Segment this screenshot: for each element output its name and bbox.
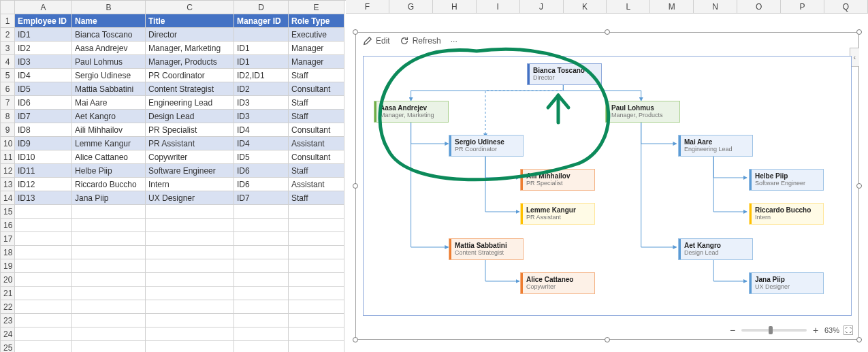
cell[interactable] [72,287,146,300]
cell[interactable] [289,314,344,327]
table-row[interactable]: 4ID3Paul LohmusManager, ProductsID1Manag… [0,55,346,69]
cell[interactable]: Intern [146,178,234,191]
cell[interactable] [289,327,344,341]
cell[interactable] [234,327,289,341]
cell[interactable]: ID7 [15,110,72,123]
cell[interactable]: Staff [289,191,344,205]
col-head-o[interactable]: O [737,0,781,14]
header-cell[interactable]: Role Type [289,14,344,28]
table-row[interactable]: 2ID1Bianca ToscanoDirectorExecutive [0,28,346,42]
cell[interactable] [234,205,289,219]
org-node-consultant[interactable]: Mattia SabbatiniContent Strategist [449,238,524,260]
resize-handle[interactable] [856,183,862,189]
org-node-staff[interactable]: Sergio UdinesePR Coordinator [449,135,524,157]
cell[interactable]: Design Lead [146,110,234,123]
cell[interactable]: Mai Aare [72,96,146,110]
cell[interactable] [289,246,344,259]
cell[interactable] [72,232,146,246]
col-head-k[interactable]: K [564,0,607,14]
table-row[interactable]: 8ID7Aet KangroDesign LeadID3Staff [0,110,346,123]
cell[interactable] [72,246,146,259]
row-head[interactable]: 6 [0,82,15,96]
row-head[interactable]: 12 [0,164,15,178]
cell[interactable]: ID3 [234,96,289,110]
row-head[interactable]: 19 [0,259,15,273]
cell[interactable]: Sergio Udinese [72,69,146,82]
row-head[interactable]: 25 [0,341,15,352]
cell[interactable]: Manager [289,55,344,69]
header-cell[interactable]: Name [72,14,146,28]
header-cell[interactable]: Title [146,14,234,28]
header-cell[interactable]: Employee ID [15,14,72,28]
cell[interactable]: ID1 [234,55,289,69]
cell[interactable] [146,327,234,341]
spreadsheet-grid[interactable]: A B C D E 1Employee IDNameTitleManager I… [0,0,346,352]
cell[interactable] [234,28,289,42]
cell[interactable] [15,232,72,246]
cell[interactable] [289,341,344,352]
cell[interactable] [234,300,289,314]
row-head[interactable]: 2 [0,28,15,42]
resize-handle[interactable] [856,337,862,342]
cell[interactable]: Manager [289,42,344,55]
cell[interactable] [146,314,234,327]
cell[interactable] [289,287,344,300]
cell[interactable]: UX Designer [146,191,234,205]
cell[interactable] [146,259,234,273]
cell[interactable]: PR Coordinator [146,69,234,82]
cell[interactable] [72,259,146,273]
table-row[interactable]: 13ID12Riccardo BucchoInternID6Assistant [0,178,346,191]
cell[interactable] [146,273,234,287]
org-node-assistant[interactable]: Lemme KangurPR Assistant [520,203,595,225]
cell[interactable]: Engineering Lead [146,96,234,110]
col-head-h[interactable]: H [433,0,477,14]
cell[interactable] [15,327,72,341]
cell[interactable]: Manager, Marketing [146,42,234,55]
cell[interactable] [234,219,289,232]
cell[interactable]: Staff [289,96,344,110]
cell[interactable] [234,341,289,352]
chart-canvas[interactable]: Bianca ToscanoDirector Aasa AndrejevMana… [363,56,852,316]
cell[interactable]: Helbe Piip [72,164,146,178]
row-head[interactable]: 16 [0,219,15,232]
cell[interactable] [15,287,72,300]
row-head[interactable]: 18 [0,246,15,259]
cell[interactable] [234,259,289,273]
more-button[interactable]: ··· [451,36,457,46]
cell[interactable] [72,327,146,341]
cell[interactable] [146,205,234,219]
table-row[interactable]: 12ID11Helbe PiipSoftware EngineerID6Staf… [0,164,346,178]
org-node-manager[interactable]: Paul LohmusManager, Products [605,101,680,123]
col-head-b[interactable]: B [72,1,146,14]
cell[interactable] [234,314,289,327]
table-row[interactable]: 3ID2Aasa AndrejevManager, MarketingID1Ma… [0,42,346,55]
row-head[interactable]: 17 [0,232,15,246]
cell[interactable] [72,273,146,287]
cell[interactable] [146,287,234,300]
cell[interactable] [72,205,146,219]
table-row[interactable]: 6ID5Mattia SabbatiniContent StrategistID… [0,82,346,96]
cell[interactable]: ID2 [15,42,72,55]
row-head[interactable]: 13 [0,178,15,191]
cell[interactable] [15,219,72,232]
cell[interactable] [15,205,72,219]
resize-handle[interactable] [353,29,358,35]
row-head[interactable]: 22 [0,300,15,314]
org-chart-object[interactable]: Edit Refresh ··· ‹ [355,32,859,340]
col-head-i[interactable]: I [477,0,520,14]
cell[interactable]: ID4 [15,69,72,82]
cell[interactable] [289,205,344,219]
cell[interactable]: Paul Lohmus [72,55,146,69]
cell[interactable]: Copywriter [146,150,234,164]
cell[interactable] [234,273,289,287]
select-all-corner[interactable] [0,1,15,14]
row-head[interactable]: 23 [0,314,15,327]
resize-handle[interactable] [605,337,610,342]
row-head[interactable]: 20 [0,273,15,287]
cell[interactable]: Jana Piip [72,191,146,205]
edit-button[interactable]: Edit [363,36,390,46]
cell[interactable]: Director [146,28,234,42]
cell[interactable] [15,314,72,327]
cell[interactable] [289,300,344,314]
cell[interactable] [289,259,344,273]
